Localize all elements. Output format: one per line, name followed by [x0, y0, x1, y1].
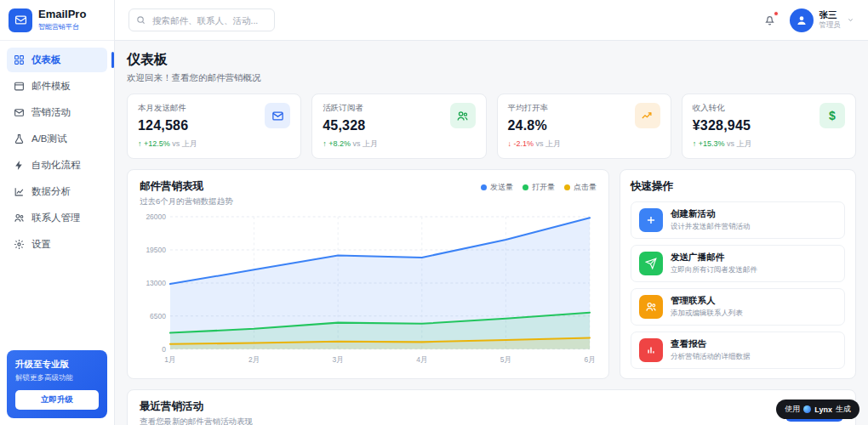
- stat-label: 本月发送邮件: [138, 103, 197, 114]
- stat-label: 活跃订阅者: [323, 103, 378, 114]
- upgrade-subtitle: 解锁更多高级功能: [15, 373, 99, 383]
- svg-text:26000: 26000: [146, 212, 166, 221]
- flask-icon: [14, 133, 25, 144]
- dollar-icon: $: [819, 103, 845, 128]
- zap-icon: [14, 160, 25, 171]
- svg-text:13000: 13000: [146, 279, 166, 287]
- chart-card: 邮件营销表现 过去6个月的营销数据趋势 发送量 打开量 点击量 06500130…: [127, 169, 609, 379]
- stat-delta: ↓ -2.1%: [508, 139, 534, 148]
- users-icon: [450, 103, 476, 128]
- recent-subtitle: 查看您最新的邮件营销活动表现: [140, 416, 253, 425]
- topbar: 张三 管理员: [115, 0, 868, 41]
- stat-card-open-rate: 平均打开率 24.8% ↓ -2.1% vs 上月: [497, 94, 671, 159]
- sidebar-item-settings[interactable]: 设置: [7, 232, 107, 257]
- stat-delta: ↑ +12.5%: [138, 139, 170, 148]
- send-icon: [639, 252, 663, 275]
- chevron-down-icon: [847, 16, 854, 24]
- upgrade-title: 升级至专业版: [15, 359, 99, 371]
- sidebar-item-campaigns[interactable]: 营销活动: [7, 100, 107, 125]
- svg-text:4月: 4月: [416, 355, 427, 364]
- legend-item-sent[interactable]: 发送量: [481, 182, 513, 193]
- trend-up-icon: [635, 103, 660, 128]
- notifications-button[interactable]: [762, 12, 778, 28]
- svg-text:6500: 6500: [150, 312, 166, 320]
- upgrade-button[interactable]: 立即升级: [15, 390, 99, 410]
- page-title: 仪表板: [127, 51, 856, 69]
- svg-text:2月: 2月: [248, 355, 260, 364]
- sidebar-item-analytics[interactable]: 数据分析: [7, 179, 107, 204]
- lynx-logo-icon: [803, 405, 811, 413]
- legend-dot: [481, 184, 487, 190]
- sidebar-item-dashboard[interactable]: 仪表板: [7, 48, 107, 72]
- sidebar: EmailPro 智能营销平台 仪表板 邮件模板 营销活动 A/B测试: [0, 0, 115, 425]
- sidebar-item-automation[interactable]: 自动化流程: [7, 153, 107, 178]
- performance-chart: 065001300019500260001月2月3月4月5月6月: [140, 210, 597, 368]
- svg-text:6月: 6月: [584, 355, 595, 364]
- user-name: 张三: [819, 9, 842, 20]
- sidebar-item-label: 设置: [31, 238, 51, 251]
- svg-text:5月: 5月: [500, 355, 511, 364]
- quick-action-view-reports[interactable]: 查看报告 分析营销活动的详细数据: [631, 332, 845, 369]
- sidebar-item-label: 邮件模板: [31, 80, 71, 93]
- notification-dot: [774, 11, 779, 16]
- envelope-icon: [14, 107, 25, 118]
- sidebar-item-ab-test[interactable]: A/B测试: [7, 127, 107, 151]
- chart-subtitle: 过去6个月的营销数据趋势: [140, 196, 233, 207]
- page-subtitle: 欢迎回来！查看您的邮件营销概况: [127, 72, 856, 84]
- legend-dot: [564, 184, 570, 190]
- user-menu[interactable]: 张三 管理员: [790, 8, 855, 32]
- users-icon: [14, 212, 25, 224]
- recent-title: 最近营销活动: [140, 400, 253, 414]
- plus-icon: [639, 208, 663, 232]
- brand: EmailPro 智能营销平台: [0, 0, 114, 41]
- main-content: 仪表板 欢迎回来！查看您的邮件营销概况 本月发送邮件 124,586 ↑ +12…: [115, 41, 868, 425]
- quick-action-broadcast[interactable]: 发送广播邮件 立即向所有订阅者发送邮件: [631, 245, 845, 282]
- sidebar-item-label: 数据分析: [31, 185, 71, 198]
- stat-label: 平均打开率: [508, 103, 562, 114]
- quick-action-create-campaign[interactable]: 创建新活动 设计并发送邮件营销活动: [631, 201, 845, 239]
- sidebar-item-label: 联系人管理: [31, 212, 81, 224]
- avatar: [790, 8, 814, 32]
- brand-tagline: 智能营销平台: [38, 22, 86, 31]
- content-region: 张三 管理员 仪表板 欢迎回来！查看您的邮件营销概况 本月发送邮件 124,58…: [115, 0, 868, 425]
- analytics-icon: [14, 186, 25, 197]
- stat-value: 124,586: [138, 118, 197, 133]
- chart-title: 邮件营销表现: [140, 179, 233, 194]
- envelope-icon: [265, 103, 290, 128]
- sidebar-item-label: A/B测试: [31, 133, 67, 145]
- gear-icon: [14, 239, 25, 250]
- stat-card-emails-sent: 本月发送邮件 124,586 ↑ +12.5% vs 上月: [127, 94, 301, 159]
- quick-actions-card: 快速操作 创建新活动 设计并发送邮件营销活动: [620, 169, 856, 379]
- template-icon: [14, 81, 25, 92]
- svg-text:0: 0: [162, 345, 166, 354]
- app: EmailPro 智能营销平台 仪表板 邮件模板 营销活动 A/B测试: [0, 0, 868, 425]
- legend-item-opened[interactable]: 打开量: [523, 182, 555, 193]
- brand-logo-envelope-icon: [9, 8, 32, 32]
- users-icon: [639, 295, 663, 319]
- chart-legend: 发送量 打开量 点击量: [481, 179, 597, 193]
- stat-card-subscribers: 活跃订阅者 45,328 ↑ +8.2% vs 上月: [311, 94, 486, 159]
- legend-item-clicked[interactable]: 点击量: [564, 182, 597, 193]
- stat-value: 45,328: [323, 118, 378, 133]
- search-icon: [136, 15, 146, 25]
- search-box[interactable]: [128, 8, 275, 31]
- dashboard-icon: [14, 54, 25, 65]
- person-icon: [796, 14, 808, 26]
- sidebar-item-label: 营销活动: [31, 106, 71, 119]
- sidebar-item-templates[interactable]: 邮件模板: [7, 74, 107, 99]
- stats-row: 本月发送邮件 124,586 ↑ +12.5% vs 上月 活跃订阅者 45,3…: [127, 94, 856, 159]
- svg-text:1月: 1月: [164, 355, 175, 364]
- sidebar-item-contacts[interactable]: 联系人管理: [7, 206, 107, 230]
- legend-dot: [523, 184, 528, 190]
- search-input[interactable]: [151, 14, 267, 26]
- svg-text:19500: 19500: [146, 246, 166, 254]
- svg-text:3月: 3月: [333, 355, 344, 364]
- recent-campaigns-card: 最近营销活动 查看您最新的邮件营销活动表现 查看全部 活动名称 状态 发送量 打…: [127, 389, 856, 425]
- bar-chart-icon: [639, 338, 663, 362]
- user-role: 管理员: [819, 20, 842, 31]
- sidebar-nav: 仪表板 邮件模板 营销活动 A/B测试 自动化流程 数据分析: [0, 41, 114, 264]
- quick-actions-title: 快速操作: [631, 179, 845, 194]
- quick-action-manage-contacts[interactable]: 管理联系人 添加或编辑联系人列表: [631, 288, 845, 326]
- upgrade-card: 升级至专业版 解锁更多高级功能 立即升级: [7, 350, 107, 418]
- stat-value: ¥328,945: [693, 118, 752, 133]
